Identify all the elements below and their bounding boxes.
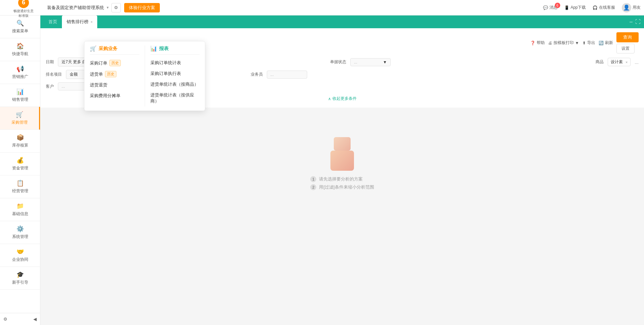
query-btn[interactable]: 查询: [616, 32, 639, 42]
user-label: 用友: [633, 5, 641, 10]
sidebar-item-basic[interactable]: 📁 基础信息: [0, 198, 40, 221]
sidebar-item-search[interactable]: 🔍 搜索菜单: [0, 15, 40, 38]
help-label: 帮助: [537, 40, 545, 46]
tab-bar: 首页 销售排行榜 × – ⛶: [40, 15, 644, 28]
dropdown-item-receipt-supplier[interactable]: 进货单统计表（按供应商）: [150, 90, 200, 107]
system-title-area: 装备及固定资产辅助管理系统 ▼: [47, 5, 109, 11]
print-arrow: ▼: [575, 41, 579, 45]
purchase-receipt-label: 进货单: [90, 71, 103, 77]
goods-more[interactable]: ...: [635, 59, 639, 65]
salesperson-placeholder: ...: [271, 72, 274, 77]
dropdown-item-po-stat[interactable]: 采购订单统计表: [150, 57, 200, 68]
industry-btn[interactable]: 体验行业方案: [124, 3, 160, 12]
receipt-supplier-label: 进货单统计表（按供应商）: [150, 92, 200, 104]
system-title-text: 装备及固定资产辅助管理系统: [47, 5, 104, 11]
online-service-label: 在线客服: [599, 5, 615, 10]
tab-close-icon[interactable]: ×: [91, 20, 93, 24]
sidebar-item-finance[interactable]: 💰 资金管理: [0, 153, 40, 175]
dropdown-item-purchase-receipt[interactable]: 进货单 历史: [90, 69, 139, 80]
doc-status-placeholder: ...: [354, 60, 357, 65]
settings-btn[interactable]: 设置: [616, 44, 635, 53]
sidebar-item-marketing[interactable]: 📢 营销推广: [0, 61, 40, 84]
purchase-return-label: 进货退货: [90, 82, 107, 88]
dropdown-item-receipt-goods[interactable]: 进货单统计表（按商品）: [150, 79, 200, 90]
logo-icon: 6: [18, 0, 29, 8]
report-col-label: 报表: [159, 46, 169, 52]
goods-label: 商品: [596, 59, 604, 65]
dropdown-item-purchase-return[interactable]: 进货退货: [90, 80, 139, 90]
collab-icon: 🤝: [16, 248, 24, 255]
operations-icon: 📋: [16, 179, 24, 187]
sales-icon: 📊: [16, 88, 24, 95]
sidebar-item-collab[interactable]: 🤝 企业协同: [0, 244, 40, 267]
purchase-receipt-history: 历史: [105, 71, 116, 77]
hint-text-1: 请先选择要分析的方案: [319, 176, 363, 182]
collapse-arrow: ∧: [328, 96, 331, 101]
export-btn[interactable]: ⬆ 导出: [582, 40, 595, 46]
tab-sales-rank[interactable]: 销售排行榜 ×: [62, 15, 97, 28]
message-icon-item[interactable]: 💬 消息 6: [543, 5, 558, 10]
sidebar-label-nav: 快捷导航: [12, 51, 28, 57]
sidebar-settings-btn[interactable]: ⚙: [3, 317, 7, 322]
sidebar-label-system: 系统管理: [12, 234, 28, 240]
user-item[interactable]: 👤 用友: [622, 3, 641, 12]
dropdown-item-purchase-expense[interactable]: 采购费用分摊单: [90, 90, 139, 101]
empty-illustration: [325, 137, 359, 171]
brand-sub: 标准版: [19, 13, 29, 18]
dropdown-report-col: 📊 报表 采购订单统计表 采购订单执行表 进货单统计表（按商品）: [145, 45, 205, 107]
online-service-item[interactable]: 🎧 在线客服: [593, 5, 615, 10]
message-icon: 💬: [543, 5, 548, 10]
sidebar-item-guide[interactable]: 🎓 新手引导: [0, 267, 40, 290]
refresh-label: 刷新: [605, 40, 613, 46]
brand-name: 畅捷通好生意: [13, 9, 34, 13]
main-layout: 🔍 搜索菜单 🏠 快捷导航 📢 营销推广 📊 销售管理 🛒 采购管理 📦 库存核…: [0, 15, 644, 325]
app-download-item[interactable]: 📱 App下载: [564, 5, 586, 10]
doc-status-select[interactable]: ... ▼: [350, 58, 391, 66]
robot-body: [330, 151, 354, 171]
purchase-col-icon: 🛒: [90, 45, 97, 52]
gear-button[interactable]: ⚙: [111, 3, 121, 12]
tab-minimize-btn[interactable]: –: [630, 19, 633, 25]
tab-home[interactable]: 首页: [44, 15, 62, 28]
dropdown-item-po-exec[interactable]: 采购订单执行表: [150, 68, 200, 79]
po-stat-label: 采购订单统计表: [150, 60, 181, 66]
rank-value: 金额: [70, 72, 78, 77]
date-label: 日期: [46, 59, 54, 65]
purchase-col-title: 🛒 采购业务: [90, 45, 139, 55]
purchase-order-history: 历史: [109, 60, 121, 66]
refresh-icon: 🔄: [599, 41, 604, 45]
sidebar-bottom: ⚙ ◀: [0, 313, 40, 325]
guide-icon: 🎓: [16, 271, 24, 278]
sidebar-item-system[interactable]: ⚙️ 系统管理: [0, 221, 40, 244]
marketing-icon: 📢: [16, 65, 24, 73]
user-avatar: 👤: [622, 3, 631, 12]
sidebar-item-purchase[interactable]: 🛒 采购管理: [0, 107, 40, 130]
salesperson-select[interactable]: ...: [267, 71, 307, 79]
goods-tag-close[interactable]: ×: [625, 60, 628, 64]
basic-icon: 📁: [16, 202, 24, 210]
sidebar-item-nav[interactable]: 🏠 快捷导航: [0, 38, 40, 61]
tab-bar-actions: – ⛶: [630, 19, 641, 25]
logo-area: 6 畅捷通好生意 标准版: [3, 0, 44, 18]
empty-hints: 1 请先选择要分析的方案 2 用[过滤]条件来缩小分析范围: [310, 176, 374, 192]
sidebar-label-basic: 基础信息: [12, 211, 28, 217]
salesperson-label: 业务员: [251, 72, 263, 77]
sidebar-label-purchase: 采购管理: [11, 120, 28, 125]
sidebar-label-collab: 企业协同: [12, 257, 28, 262]
dropdown-item-purchase-order[interactable]: 采购订单 历史: [90, 57, 139, 69]
hint-num-1: 1: [310, 176, 316, 182]
system-title-arrow[interactable]: ▼: [106, 6, 109, 9]
help-btn[interactable]: ❓ 帮助: [530, 40, 545, 46]
sidebar-item-sales[interactable]: 📊 销售管理: [0, 84, 40, 107]
sidebar-item-inventory[interactable]: 📦 库存核算: [0, 130, 40, 153]
rank-item-label: 排名项目: [46, 72, 62, 77]
goods-tag[interactable]: 设计素 ×: [608, 58, 631, 66]
robot-head: [334, 137, 351, 151]
hint-text-2: 用[过滤]条件来缩小分析范围: [319, 184, 374, 190]
tab-maximize-btn[interactable]: ⛶: [635, 19, 641, 25]
sidebar-collapse-btn[interactable]: ◀: [33, 317, 37, 322]
print-btn[interactable]: 🖨 按模板打印 ▼: [548, 40, 579, 46]
app-download-label: App下载: [571, 5, 586, 10]
sidebar-item-operations[interactable]: 📋 经营管理: [0, 175, 40, 198]
refresh-btn[interactable]: 🔄 刷新: [599, 40, 613, 46]
